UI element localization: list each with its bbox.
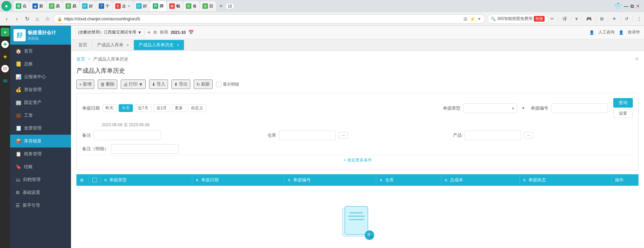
calendar-icon[interactable]: 📅 — [188, 30, 194, 35]
tab-close-7[interactable]: ✕ — [127, 4, 130, 8]
date-btn-7days[interactable]: 近7天 — [135, 104, 151, 112]
browser-tab-1[interactable]: 在 在 — [13, 1, 29, 11]
sidebar-item-invoice[interactable]: 🧾 发票管理 — [10, 122, 71, 135]
refresh-button[interactable]: ↻ — [23, 15, 31, 23]
browser-tab-11[interactable]: 各 各 — [183, 1, 199, 11]
app-icon-1[interactable]: ✚ — [1, 40, 9, 49]
sidebar-item-ledger[interactable]: 📒 总账 — [10, 58, 71, 70]
sort-number-icon: ⇅ — [288, 178, 290, 182]
sidebar-item-settings[interactable]: ⚙ 基础设置 — [10, 186, 71, 199]
tab-warehouse-list-close[interactable]: × — [127, 43, 129, 47]
browser-tab-7[interactable]: C 企 ✕ — [113, 1, 133, 11]
print-button[interactable]: 🖨 打印 ▼ — [121, 80, 146, 89]
refresh-button[interactable]: ↻ 刷新 — [194, 80, 213, 89]
date-btn-yesterday[interactable]: 昨天 — [102, 104, 117, 112]
shirt-icon[interactable]: 👕 — [614, 2, 622, 10]
warehouse-more-btn[interactable]: ··· — [338, 132, 348, 139]
sidebar-item-label-settings: 基础设置 — [23, 189, 40, 196]
browser-tab-9[interactable]: 腾 腾 — [150, 1, 166, 11]
col-type[interactable]: ⇅ 单据类型 — [100, 174, 192, 186]
show-detail-checkbox[interactable] — [216, 82, 221, 87]
sidebar-item-reports[interactable]: 📊 云报表中心 — [10, 70, 71, 83]
show-detail-toggle[interactable]: 显示明细 — [216, 82, 239, 87]
browser-tab-12[interactable]: S 目 — [200, 1, 216, 11]
tab-warehouse-list[interactable]: 产成品入库单 × — [92, 40, 134, 50]
sidebar-item-inventory[interactable]: 📦 库存核算 — [10, 135, 71, 148]
sidebar-item-tax[interactable]: 📋 税务管理 — [10, 148, 71, 160]
sidebar-item-payroll[interactable]: 💼 工资 — [10, 109, 71, 122]
forward-button[interactable]: › — [13, 15, 21, 23]
number-input[interactable] — [551, 104, 608, 113]
currency-tool[interactable]: ¥ — [575, 16, 578, 21]
translate-tool[interactable]: 译 — [563, 16, 567, 22]
tab-home[interactable]: 首页 — [74, 40, 92, 50]
col-date[interactable]: ⇅ 单据日期 — [192, 174, 284, 186]
sidebar-item-finance[interactable]: 💰 资金管理 — [10, 83, 71, 96]
col-status[interactable]: ⇅ 单据状态 — [520, 174, 612, 186]
type-select[interactable] — [463, 104, 517, 113]
date-btn-today[interactable]: 今天 — [119, 104, 133, 112]
col-checkbox[interactable] — [89, 174, 100, 186]
product-input[interactable] — [464, 131, 521, 140]
sidebar-item-guide[interactable]: ☰ 新手引导 — [10, 199, 71, 212]
browser-tab-8[interactable]: 好 好 — [134, 1, 150, 11]
product-more-btn[interactable]: ··· — [524, 132, 533, 139]
query-button[interactable]: 查询 — [613, 98, 633, 108]
bookmark-button[interactable]: ☆ — [43, 15, 51, 23]
sidebar-item-assets[interactable]: 🏢 固定资产 — [10, 96, 71, 109]
header-checkbox[interactable] — [92, 178, 97, 182]
import-button[interactable]: ⬇ 导入 — [149, 80, 168, 89]
browser-tab-5[interactable]: 好 好 — [79, 1, 96, 11]
url-bar[interactable]: 🔒 https://cloud.chanjet.com/accounting/u… — [53, 14, 485, 24]
col-settings[interactable]: ⚙ — [76, 174, 89, 186]
warehouse-input[interactable] — [279, 131, 336, 140]
notes-input[interactable] — [94, 131, 161, 140]
col-number[interactable]: ⇅ 单据编号 — [284, 174, 376, 186]
app-icon-4[interactable]: ✉ — [1, 76, 9, 85]
col-warehouse[interactable]: ⇅ 仓库 — [376, 174, 441, 186]
new-tab-button[interactable]: + — [216, 1, 226, 11]
username[interactable]: 徐译华 — [628, 29, 640, 35]
sidebar-item-checkout[interactable]: 🔖 结账 — [10, 160, 71, 173]
add-button[interactable]: + 新增 — [76, 80, 94, 89]
app-icon-main[interactable]: ● — [1, 28, 9, 37]
col-cost[interactable]: ⇅ 总成本 — [441, 174, 520, 186]
company-selector[interactable]: (勿删勿禁用）江西服宝测试专用 ▼ — [75, 28, 145, 36]
theme-tool[interactable]: ☀ — [612, 16, 616, 21]
undo-tool[interactable]: ↺ — [625, 16, 628, 21]
game-tool[interactable]: 🎮 — [586, 16, 592, 21]
home-button[interactable]: ⌂ — [33, 15, 41, 23]
grid-tool[interactable]: ⊞ — [600, 16, 604, 21]
collapse-row[interactable]: ∧ 收起更多条件 — [82, 155, 633, 165]
export-button[interactable]: ⬆ 导出 — [171, 80, 190, 89]
date-btn-more[interactable]: 更多 — [172, 104, 186, 112]
scissors-tool[interactable]: ✂ — [550, 16, 554, 21]
breadcrumb-home[interactable]: 首页 — [76, 56, 85, 62]
browser-tab-3[interactable]: 易 易 — [46, 1, 63, 11]
notes-detail-input[interactable] — [111, 144, 179, 154]
search-bar[interactable]: 🔍 360智能抠图免费用 热搜 — [487, 14, 548, 24]
add-company-btn[interactable]: + — [147, 29, 150, 36]
sidebar-item-archive[interactable]: 🗂 归档管理 — [10, 173, 71, 186]
date-btn-custom[interactable]: 自定义 — [188, 104, 206, 112]
date-btn-1month[interactable]: 近1月 — [153, 104, 170, 112]
tab-warehouse-history-close[interactable]: × — [177, 43, 179, 47]
browser-tab-6[interactable]: 个 个 — [96, 1, 112, 11]
delete-button[interactable]: 🗑 删除 — [98, 80, 117, 89]
maximize-icon[interactable]: ⧉ — [630, 3, 634, 9]
back-button[interactable]: ‹ — [3, 15, 11, 23]
browser-tab-10[interactable]: M 畅 — [167, 1, 183, 11]
close-page-btn[interactable]: × — [635, 55, 639, 63]
tab-warehouse-history[interactable]: 产成品入库单历史 × — [134, 40, 184, 50]
settings-button[interactable]: 设置 — [613, 109, 633, 118]
app-icon-2[interactable]: ★ — [1, 52, 9, 61]
more-tool[interactable]: ⋮ — [637, 16, 641, 21]
company-settings-icon[interactable]: ⚙ — [153, 30, 157, 35]
minimize-icon[interactable]: — — [624, 3, 628, 9]
user-service-label[interactable]: 人工咨询 — [598, 29, 615, 35]
browser-tab-2[interactable]: ■ 新 — [30, 1, 46, 11]
close-window-icon[interactable]: ✕ — [636, 3, 640, 9]
browser-tab-4[interactable]: 易 易 — [63, 1, 79, 11]
app-icon-3[interactable]: W — [1, 64, 9, 73]
sidebar-item-home[interactable]: 🏠 首页 — [10, 45, 71, 58]
